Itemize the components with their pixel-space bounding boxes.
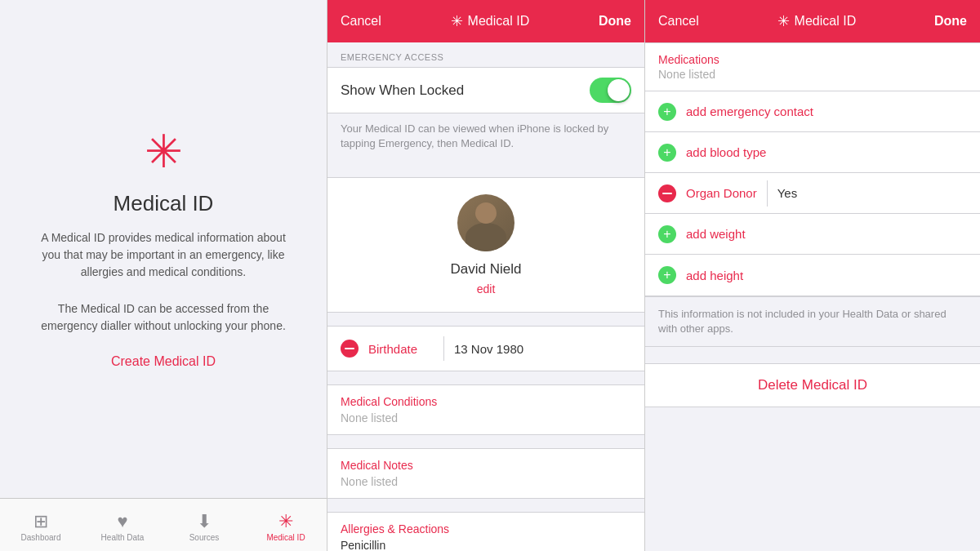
add-blood-label: add blood type: [686, 145, 766, 159]
medical-id-icon: ✳: [145, 129, 183, 175]
add-height-row[interactable]: add height: [645, 255, 980, 295]
add-emergency-label: add emergency contact: [686, 104, 813, 118]
medical-conditions-value: None listed: [341, 411, 631, 431]
dashboard-icon: ⊞: [33, 513, 48, 531]
right-title-text: Medical ID: [795, 14, 857, 29]
medical-notes-value: None listed: [341, 475, 631, 495]
add-emergency-plus-icon: [658, 103, 676, 121]
tab-medical-id[interactable]: ✳ Medical ID: [245, 508, 327, 542]
medications-row: Medications None listed: [645, 43, 980, 91]
right-cancel-button[interactable]: Cancel: [658, 14, 699, 29]
add-height-plus-icon: [658, 266, 676, 284]
allergies-value: Penicillin: [341, 539, 631, 551]
right-nav-title: ✳ Medical ID: [777, 12, 857, 30]
show-when-locked-cell: Show When Locked: [327, 68, 644, 113]
allergies-label: Allergies & Reactions: [341, 522, 631, 535]
profile-name: David Nield: [451, 261, 522, 278]
organ-donor-row: Organ Donor Yes: [645, 173, 980, 214]
delete-medical-id-button[interactable]: Delete Medical ID: [758, 377, 867, 393]
medications-label: Medications: [658, 53, 967, 66]
add-height-label: add height: [686, 269, 751, 282]
mid-nav-title: ✳ Medical ID: [451, 12, 530, 30]
tab-dashboard-label: Dashboard: [21, 533, 61, 542]
mid-title-text: Medical ID: [468, 14, 530, 29]
right-nav-bar: Cancel ✳ Medical ID Done: [645, 0, 980, 42]
organ-donor-label: Organ Donor: [686, 186, 757, 200]
birthdate-group: Birthdate 13 Nov 1980: [327, 326, 644, 371]
medical-notes-group: Medical Notes None listed: [327, 448, 644, 499]
medical-conditions-label: Medical Conditions: [341, 395, 631, 408]
disclaimer-text: This information is not included in your…: [645, 296, 980, 347]
tab-dashboard[interactable]: ⊞ Dashboard: [0, 508, 82, 542]
create-medical-id-link[interactable]: Create Medical ID: [111, 354, 216, 369]
birthdate-row: Birthdate 13 Nov 1980: [327, 327, 644, 371]
mid-done-button[interactable]: Done: [599, 14, 631, 29]
health-data-icon: ♥: [117, 513, 127, 531]
show-when-locked-group: Show When Locked: [327, 67, 644, 113]
show-when-locked-label: Show When Locked: [341, 82, 464, 99]
tab-sources-label: Sources: [189, 533, 220, 542]
add-weight-plus-icon: [658, 225, 676, 243]
panel-mid: Cancel ✳ Medical ID Done EMERGENCY ACCES…: [327, 0, 645, 551]
right-done-button[interactable]: Done: [934, 14, 967, 29]
tab-bar: ⊞ Dashboard ♥ Health Data ⬇ Sources ✳ Me…: [0, 498, 327, 551]
panel-left: ✳ Medical ID A Medical ID provides medic…: [0, 0, 327, 551]
mid-scroll[interactable]: EMERGENCY ACCESS Show When Locked Your M…: [327, 42, 644, 551]
birthdate-remove-button[interactable]: [341, 340, 359, 358]
birthdate-divider: [443, 336, 444, 361]
toggle-knob: [608, 79, 630, 101]
medical-conditions-block: Medical Conditions None listed: [327, 385, 644, 434]
tab-health-data[interactable]: ♥ Health Data: [82, 508, 163, 542]
delete-section: Delete Medical ID: [645, 363, 980, 407]
medical-id-desc2: The Medical ID can be accessed from the …: [33, 300, 294, 335]
avatar: [457, 194, 514, 251]
medical-id-title: Medical ID: [114, 191, 214, 216]
sources-icon: ⬇: [197, 513, 212, 531]
left-content: ✳ Medical ID A Medical ID provides medic…: [0, 0, 327, 498]
organ-donor-value: Yes: [777, 186, 797, 200]
right-scroll[interactable]: Medications None listed add emergency co…: [645, 42, 980, 551]
organ-donor-remove-button[interactable]: [658, 184, 676, 202]
add-blood-row[interactable]: add blood type: [645, 132, 980, 173]
medical-conditions-group: Medical Conditions None listed: [327, 384, 644, 435]
panel-right: Cancel ✳ Medical ID Done Medications Non…: [645, 0, 980, 551]
mid-cancel-button[interactable]: Cancel: [341, 14, 381, 29]
tab-health-data-label: Health Data: [101, 533, 145, 542]
emergency-desc: Your Medical ID can be viewed when iPhon…: [327, 113, 644, 164]
profile-section: David Nield edit: [327, 177, 644, 313]
birthdate-value: 13 Nov 1980: [454, 342, 523, 356]
show-when-locked-toggle[interactable]: [590, 78, 631, 103]
mid-nav-bar: Cancel ✳ Medical ID Done: [327, 0, 644, 42]
medical-notes-block: Medical Notes None listed: [327, 449, 644, 498]
allergies-block: Allergies & Reactions Penicillin: [327, 513, 644, 551]
allergies-group: Allergies & Reactions Penicillin: [327, 512, 644, 551]
edit-link[interactable]: edit: [477, 282, 496, 295]
mid-asterisk-icon: ✳: [451, 12, 463, 30]
emergency-access-header: EMERGENCY ACCESS: [327, 42, 644, 67]
add-weight-row[interactable]: add weight: [645, 214, 980, 255]
medical-id-desc1: A Medical ID provides medical informatio…: [33, 229, 294, 281]
add-blood-plus-icon: [658, 144, 676, 162]
tab-medical-id-label: Medical ID: [266, 533, 305, 542]
medical-id-tab-icon: ✳: [278, 513, 293, 531]
medications-section: Medications None listed add emergency co…: [645, 42, 980, 296]
add-emergency-row[interactable]: add emergency contact: [645, 91, 980, 132]
medications-value: None listed: [658, 68, 967, 81]
organ-divider: [767, 180, 768, 207]
birthdate-label: Birthdate: [368, 342, 434, 356]
tab-sources[interactable]: ⬇ Sources: [163, 508, 245, 542]
right-asterisk-icon: ✳: [777, 12, 790, 30]
add-weight-label: add weight: [686, 227, 751, 241]
medications-block: Medications None listed: [658, 53, 967, 81]
medical-notes-label: Medical Notes: [341, 459, 631, 472]
